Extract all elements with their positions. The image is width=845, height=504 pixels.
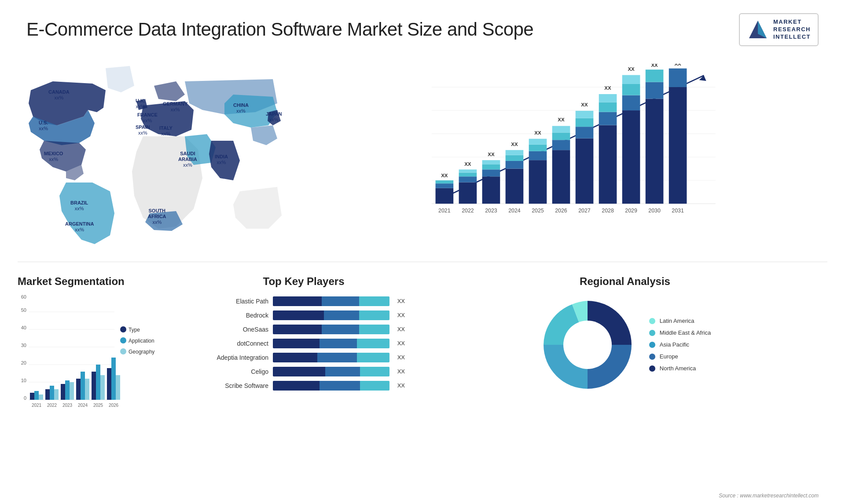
country-france: FRANCExx% (137, 112, 158, 124)
player-name: Celigo (202, 368, 268, 375)
svg-point-109 (120, 326, 126, 332)
svg-text:XX: XX (581, 102, 588, 107)
source-text: Source : www.marketresearchintellect.com (719, 493, 819, 499)
divider (18, 262, 827, 262)
player-name: Elastic Path (202, 298, 268, 305)
country-saudi: SAUDIARABIAxx% (178, 151, 197, 168)
svg-rect-47 (576, 118, 594, 126)
players-section: Top Key Players Elastic Path XX Bedrock (194, 275, 414, 409)
svg-rect-94 (65, 380, 70, 400)
regional-content: Latin America Middle East & Africa Asia … (422, 296, 827, 393)
svg-rect-103 (100, 375, 105, 400)
svg-rect-39 (552, 150, 570, 204)
svg-rect-95 (70, 382, 74, 400)
segmentation-chart: 0 10 20 30 40 50 60 2021 (18, 294, 176, 409)
svg-rect-101 (92, 372, 96, 400)
svg-point-113 (120, 348, 126, 354)
svg-text:20: 20 (21, 360, 26, 365)
player-value: XX (397, 326, 405, 332)
svg-text:XX: XX (604, 85, 611, 91)
legend-label: Europe (660, 353, 678, 360)
player-bar (273, 296, 389, 306)
legend-color-dot (649, 365, 655, 372)
svg-rect-91 (54, 389, 59, 400)
main-content: CANADAxx% U.S.xx% MEXICOxx% BRAZILxx% AR… (0, 55, 845, 257)
svg-rect-89 (45, 389, 50, 400)
player-row-scribe: Scribe Software XX (202, 381, 405, 391)
svg-rect-22 (482, 169, 500, 176)
svg-text:2029: 2029 (625, 208, 637, 214)
svg-text:XX: XX (674, 64, 681, 66)
donut-svg (539, 296, 636, 393)
players-title: Top Key Players (202, 275, 405, 288)
svg-rect-23 (482, 164, 500, 169)
player-bar (273, 367, 389, 376)
segmentation-svg: 0 10 20 30 40 50 60 2021 (18, 294, 176, 413)
country-china: CHINAxx% (233, 102, 249, 114)
svg-rect-18 (459, 169, 477, 172)
player-bar (273, 353, 389, 362)
player-value: XX (397, 354, 405, 361)
legend-europe: Europe (649, 353, 711, 360)
svg-rect-35 (529, 144, 547, 151)
svg-rect-24 (482, 160, 500, 164)
legend-north-america: North America (649, 365, 711, 372)
player-value: XX (397, 312, 405, 318)
svg-text:0: 0 (24, 395, 26, 401)
svg-rect-59 (622, 84, 640, 95)
svg-rect-106 (111, 358, 116, 400)
svg-rect-102 (96, 365, 100, 400)
svg-rect-36 (529, 139, 547, 144)
svg-text:40: 40 (21, 325, 26, 330)
bottom-section: Market Segmentation 0 10 20 30 40 50 60 (0, 267, 845, 409)
svg-rect-97 (76, 379, 81, 400)
svg-text:2025: 2025 (93, 403, 103, 408)
player-row-onesaas: OneSaas XX (202, 325, 405, 334)
logo-icon (747, 18, 769, 40)
svg-text:2030: 2030 (648, 208, 661, 214)
svg-rect-69 (669, 68, 687, 87)
svg-rect-93 (61, 384, 65, 400)
svg-text:2024: 2024 (508, 208, 521, 214)
country-brazil: BRAZILxx% (70, 200, 88, 212)
svg-point-111 (120, 337, 126, 343)
segmentation-section: Market Segmentation 0 10 20 30 40 50 60 (18, 275, 185, 409)
svg-text:XX: XX (558, 117, 565, 122)
svg-text:XX: XX (441, 173, 448, 178)
svg-text:2022: 2022 (462, 208, 474, 214)
svg-text:2026: 2026 (109, 403, 119, 408)
legend-color-dot (649, 342, 655, 348)
svg-rect-21 (482, 176, 500, 204)
svg-rect-65 (646, 69, 664, 82)
svg-rect-90 (50, 386, 54, 400)
svg-rect-64 (646, 82, 664, 99)
svg-rect-11 (436, 183, 454, 188)
player-bar (273, 310, 389, 320)
svg-rect-57 (622, 110, 640, 204)
legend-label: Asia Pacific (660, 341, 689, 348)
player-row-dotconnect: dotConnect XX (202, 339, 405, 348)
country-canada: CANADAxx% (48, 89, 70, 101)
player-name: Adeptia Integration (202, 354, 268, 361)
svg-rect-45 (576, 138, 594, 203)
player-row-celigo: Celigo XX (202, 367, 405, 376)
svg-rect-51 (599, 125, 617, 204)
svg-text:XX: XX (651, 64, 658, 68)
country-spain: SPAINxx% (136, 124, 150, 136)
player-name: Bedrock (202, 312, 268, 319)
country-italy: ITALYxx% (159, 125, 173, 137)
player-bar (273, 325, 389, 334)
svg-text:2023: 2023 (62, 403, 73, 408)
player-row-adeptia: Adeptia Integration XX (202, 353, 405, 362)
country-uk: U.K.xx% (136, 98, 145, 110)
svg-rect-60 (622, 75, 640, 84)
svg-text:2021: 2021 (32, 403, 42, 408)
bar-chart-section: XX 2021 XX 2022 XX 2023 XX 2024 (299, 55, 827, 257)
page-header: E-Commerce Data Integration Software Mar… (0, 0, 845, 55)
svg-point-115 (563, 321, 612, 369)
svg-rect-87 (39, 394, 43, 400)
donut-chart (539, 296, 636, 393)
svg-rect-63 (646, 99, 664, 204)
svg-text:2023: 2023 (485, 208, 497, 214)
player-name: OneSaas (202, 326, 268, 333)
